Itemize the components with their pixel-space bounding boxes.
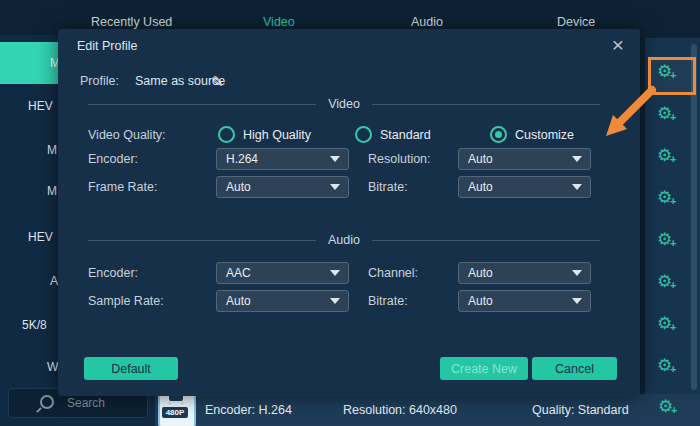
chevron-down-icon xyxy=(330,184,340,190)
chevron-down-icon xyxy=(572,270,582,276)
quality-info: Quality: Standard xyxy=(532,403,629,417)
chevron-down-icon xyxy=(330,270,340,276)
app-window: Recently Used Video Audio Device M HEV M… xyxy=(0,0,700,426)
encoder-info: Encoder: H.264 xyxy=(205,403,292,417)
tab-audio[interactable]: Audio xyxy=(411,15,443,29)
audio-encoder-label: Encoder: xyxy=(88,266,138,280)
radio-circle-icon xyxy=(355,126,372,143)
gear-plus-icon[interactable]: ⚙+ xyxy=(658,396,682,420)
chevron-down-icon xyxy=(572,184,582,190)
video-section-label: Video xyxy=(328,97,360,111)
encoder-dropdown[interactable]: H.264 xyxy=(216,148,349,170)
audio-bitrate-dropdown[interactable]: Auto xyxy=(458,290,591,312)
sample-rate-label: Sample Rate: xyxy=(88,294,164,308)
sidebar-item[interactable]: HEV xyxy=(28,230,53,244)
tab-recently-used[interactable]: Recently Used xyxy=(91,15,172,29)
profile-info-bar: 480P SD 480P Encoder: H.264 Resolution: … xyxy=(155,394,700,426)
cancel-button[interactable]: Cancel xyxy=(532,357,617,380)
search-icon xyxy=(40,395,54,409)
chevron-down-icon xyxy=(330,156,340,162)
video-quality-label: Video Quality: xyxy=(88,128,166,142)
radio-circle-icon xyxy=(218,126,235,143)
gear-plus-icon[interactable]: ⚙+ xyxy=(657,313,681,337)
tab-video[interactable]: Video xyxy=(263,15,295,29)
radio-standard[interactable]: Standard xyxy=(355,126,431,143)
create-new-button[interactable]: Create New xyxy=(440,357,528,380)
gear-plus-icon[interactable]: ⚙+ xyxy=(657,271,681,295)
bitrate-dropdown[interactable]: Auto xyxy=(458,176,591,198)
audio-encoder-dropdown[interactable]: AAC xyxy=(216,262,349,284)
annotation-arrow-icon xyxy=(592,82,662,147)
radio-circle-icon xyxy=(490,126,507,143)
sidebar-item[interactable]: HEV xyxy=(28,99,53,113)
channel-label: Channel: xyxy=(368,266,418,280)
sample-rate-dropdown[interactable]: Auto xyxy=(216,290,349,312)
gear-plus-icon[interactable]: ⚙+ xyxy=(657,187,681,211)
radio-customize[interactable]: Customize xyxy=(490,126,574,143)
sidebar-item[interactable]: M xyxy=(47,184,57,198)
edit-pencil-icon[interactable]: ✎ xyxy=(211,73,224,91)
tab-device[interactable]: Device xyxy=(557,15,595,29)
sidebar-item[interactable]: M xyxy=(47,143,57,157)
bitrate-label: Bitrate: xyxy=(368,180,408,194)
sidebar-item[interactable]: A xyxy=(50,274,58,288)
dialog-title: Edit Profile xyxy=(77,39,137,53)
radio-high-quality[interactable]: High Quality xyxy=(218,126,311,143)
search-placeholder: Search xyxy=(67,396,105,410)
video-section-divider: Video xyxy=(88,97,600,111)
scrollbar[interactable] xyxy=(691,44,697,390)
audio-section-divider: Audio xyxy=(88,233,600,247)
audio-bitrate-label: Bitrate: xyxy=(368,294,408,308)
gear-plus-icon[interactable]: ⚙+ xyxy=(657,145,681,169)
sidebar-item[interactable]: W xyxy=(47,360,58,374)
gear-plus-icon[interactable]: ⚙+ xyxy=(657,355,681,379)
chevron-down-icon xyxy=(572,156,582,162)
frame-rate-label: Frame Rate: xyxy=(88,180,157,194)
chevron-down-icon xyxy=(330,298,340,304)
resolution-dropdown[interactable]: Auto xyxy=(458,148,591,170)
chevron-down-icon xyxy=(572,298,582,304)
480p-badge: 480P xyxy=(162,407,188,418)
resolution-info: Resolution: 640x480 xyxy=(343,403,457,417)
gear-plus-icon[interactable]: ⚙+ xyxy=(657,229,681,253)
resolution-label: Resolution: xyxy=(368,152,431,166)
channel-dropdown[interactable]: Auto xyxy=(458,262,591,284)
audio-section-label: Audio xyxy=(328,233,360,247)
profile-label: Profile: xyxy=(80,74,119,88)
default-button[interactable]: Default xyxy=(84,357,178,380)
encoder-label: Encoder: xyxy=(88,152,138,166)
sidebar-item[interactable]: 5K/8 xyxy=(22,318,47,332)
close-icon[interactable]: × xyxy=(612,31,624,59)
edit-profile-dialog: Edit Profile × Profile: Same as source ✎… xyxy=(58,29,640,396)
frame-rate-dropdown[interactable]: Auto xyxy=(216,176,349,198)
